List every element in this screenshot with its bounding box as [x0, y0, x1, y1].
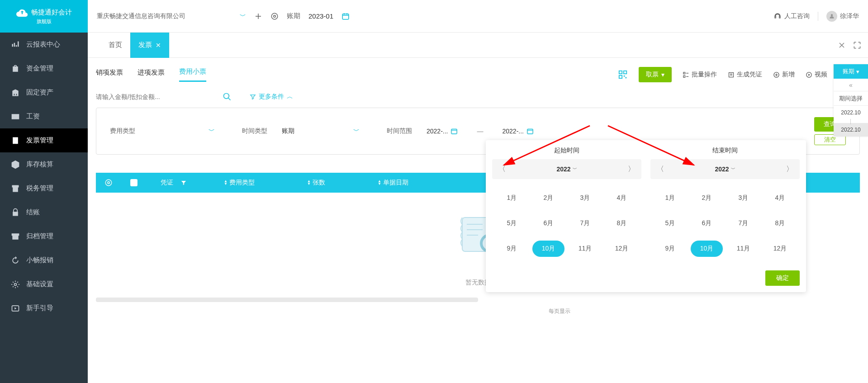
svg-point-20	[105, 180, 112, 186]
start-calendar: 起始时间 〈 2022﹀ 〉 1月2月3月4月5月6月7月8月9月10月11月1…	[492, 147, 641, 268]
gear-icon	[11, 280, 20, 289]
sidebar-item-invoice[interactable]: 发票管理	[0, 128, 88, 152]
sidebar-item-stock[interactable]: 库存核算	[0, 152, 88, 176]
month-option[interactable]: 7月	[727, 215, 759, 232]
col-date[interactable]: 单据日期	[383, 179, 408, 187]
sidebar-item-reimburse[interactable]: 小畅报销	[0, 248, 88, 272]
month-option[interactable]: 10月	[532, 241, 564, 257]
fetch-button[interactable]: 取票▾	[639, 67, 672, 82]
sort-icon[interactable]: ▲▼	[378, 180, 381, 185]
month-option[interactable]: 2月	[691, 190, 723, 206]
col-type[interactable]: 费用类型	[229, 179, 255, 187]
month-option[interactable]: 2月	[532, 190, 564, 206]
sidebar-item-guide[interactable]: 新手引导	[0, 296, 88, 320]
month-option[interactable]: 1月	[496, 190, 528, 206]
sidebar-item-salary[interactable]: 工资	[0, 104, 88, 128]
month-option[interactable]: 7月	[569, 215, 601, 232]
month-option[interactable]: 3月	[569, 190, 601, 206]
sidebar-item-close[interactable]: 结账	[0, 200, 88, 224]
close-all-icon[interactable]	[837, 41, 846, 50]
svg-point-0	[14, 283, 17, 285]
month-option[interactable]: 6月	[532, 215, 564, 232]
year-selector[interactable]: 2022﹀	[715, 165, 735, 173]
time-type-select[interactable]: 账期﹀	[282, 127, 360, 135]
search-input[interactable]	[96, 93, 223, 100]
sort-icon[interactable]: ▲▼	[307, 180, 311, 185]
month-option[interactable]: 12月	[764, 241, 796, 257]
plus-icon[interactable]	[254, 12, 262, 20]
fullscreen-icon[interactable]	[853, 41, 862, 50]
month-option[interactable]: 12月	[606, 241, 638, 257]
next-year-button[interactable]: 〉	[786, 165, 793, 174]
sidebar-item-funds[interactable]: 资金管理	[0, 57, 88, 80]
month-option[interactable]: 9月	[654, 241, 686, 257]
period-to[interactable]: 2022.10	[834, 123, 868, 137]
svg-rect-17	[451, 129, 457, 134]
confirm-button[interactable]: 确定	[765, 270, 800, 286]
svg-rect-7	[624, 71, 626, 74]
col-cert[interactable]: 凭证	[161, 179, 173, 187]
filter-icon[interactable]	[180, 180, 187, 186]
prev-year-button[interactable]: 〈	[657, 165, 664, 174]
sort-icon[interactable]: ▲▼	[224, 180, 228, 185]
month-option[interactable]: 1月	[654, 190, 686, 206]
period-panel: 账期▾ « 期间选择 2022.10 │ 2022.10	[834, 64, 868, 137]
user-menu[interactable]: 徐泽华	[826, 11, 859, 22]
svg-point-5	[831, 14, 833, 16]
month-option[interactable]: 4月	[764, 190, 796, 206]
col-count[interactable]: 张数	[313, 179, 325, 187]
gear-icon[interactable]	[270, 12, 279, 20]
inv-tab-purchase[interactable]: 进项发票	[138, 68, 165, 81]
period-panel-head[interactable]: 账期▾	[834, 64, 868, 79]
date-from-input[interactable]: 2022-...	[427, 128, 458, 135]
month-option[interactable]: 5月	[496, 215, 528, 232]
month-option[interactable]: 11月	[569, 241, 601, 257]
refresh-icon	[11, 256, 20, 265]
prev-year-button[interactable]: 〈	[498, 165, 506, 174]
scrollbar[interactable]	[96, 298, 478, 302]
period-from[interactable]: 2022.10	[834, 106, 868, 119]
close-icon[interactable]: ✕	[156, 42, 161, 49]
select-all-checkbox[interactable]	[130, 179, 138, 186]
month-option[interactable]: 8月	[764, 215, 796, 232]
qr-icon[interactable]	[618, 70, 628, 80]
month-option[interactable]: 11月	[727, 241, 759, 257]
consult-link[interactable]: 人工咨询	[773, 12, 810, 20]
inv-tab-sales[interactable]: 销项发票	[96, 68, 123, 81]
svg-point-19	[108, 182, 110, 184]
month-option[interactable]: 6月	[691, 215, 723, 232]
chevron-down-icon: ﹀	[209, 127, 215, 135]
expense-type-select[interactable]: ﹀	[150, 127, 215, 135]
tab-home[interactable]: 首页	[100, 33, 130, 58]
month-option[interactable]: 8月	[606, 215, 638, 232]
calendar-icon[interactable]	[342, 12, 350, 20]
inv-tab-expense[interactable]: 费用小票	[179, 67, 206, 82]
year-selector[interactable]: 2022﹀	[556, 165, 577, 173]
video-icon	[806, 71, 812, 78]
voucher-link[interactable]: 生成凭证	[728, 71, 762, 79]
search-box	[96, 92, 232, 101]
date-to-input[interactable]: 2022-...	[502, 128, 533, 135]
batch-link[interactable]: 批量操作	[683, 71, 717, 79]
sidebar-item-assets[interactable]: 固定资产	[0, 80, 88, 104]
sidebar-item-report[interactable]: 云报表中心	[0, 33, 88, 57]
sidebar-item-archive[interactable]: 归档管理	[0, 224, 88, 248]
month-option[interactable]: 9月	[496, 241, 528, 257]
svg-rect-8	[619, 76, 622, 78]
gear-icon[interactable]	[104, 179, 113, 187]
chevron-down-icon: ﹀	[353, 127, 360, 135]
next-year-button[interactable]: 〉	[628, 165, 635, 174]
company-selector[interactable]: 重庆畅捷交通信息咨询有限公司 ﹀	[97, 12, 246, 20]
sidebar-item-tax[interactable]: 税务管理	[0, 176, 88, 200]
video-link[interactable]: 视频	[806, 71, 827, 79]
more-conditions-toggle[interactable]: 更多条件 ︿	[250, 93, 293, 101]
month-option[interactable]: 5月	[654, 215, 686, 232]
sidebar-item-settings[interactable]: 基础设置	[0, 272, 88, 296]
month-option[interactable]: 3月	[727, 190, 759, 206]
month-option[interactable]: 10月	[691, 241, 723, 257]
month-option[interactable]: 4月	[606, 190, 638, 206]
tab-invoice[interactable]: 发票 ✕	[130, 33, 169, 58]
collapse-toggle[interactable]: «	[834, 79, 868, 91]
add-link[interactable]: 新增	[773, 71, 795, 79]
search-icon[interactable]	[223, 92, 232, 101]
